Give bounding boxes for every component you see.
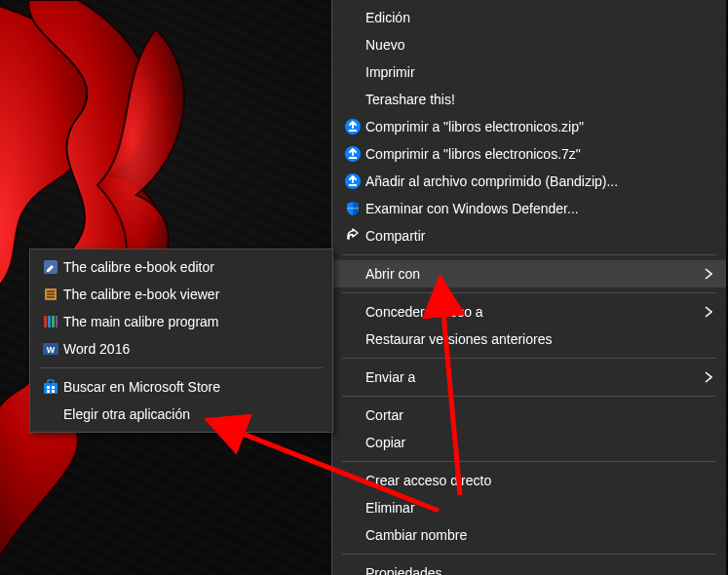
svg-text:W: W	[47, 345, 56, 355]
chevron-right-icon	[697, 306, 712, 318]
menu-item-label: Imprimir	[365, 64, 697, 80]
menu-item-terashare-this[interactable]: Terashare this!	[332, 86, 726, 113]
menu-item-abrir-con[interactable]: Abrir con	[332, 260, 726, 288]
chevron-right-icon	[697, 371, 712, 383]
open-with-submenu[interactable]: The calibre e-book editorThe calibre e-b…	[29, 249, 333, 433]
menu-separator	[342, 292, 716, 293]
menu-item-label: Buscar en Microsoft Store	[63, 379, 303, 395]
compress-blue-icon	[340, 119, 365, 134]
svg-rect-11	[47, 296, 55, 298]
chevron-right-icon	[697, 268, 712, 280]
menu-item-label: Copiar	[365, 435, 697, 450]
menu-item-edicion[interactable]: Edición	[332, 4, 726, 31]
menu-item-label: Eliminar	[365, 500, 697, 516]
menu-item-examinar-con-windows-defender[interactable]: Examinar con Windows Defender...	[332, 195, 726, 222]
menu-item-restaurar-versiones-anteriores[interactable]: Restaurar versiones anteriores	[332, 326, 726, 353]
menu-item-propiedades[interactable]: Propiedades	[332, 559, 726, 575]
menu-separator	[342, 461, 716, 462]
menu-item-the-main-calibre-program[interactable]: The main calibre program	[30, 308, 332, 335]
menu-item-label: The main calibre program	[63, 314, 303, 329]
menu-item-label: Añadir al archivo comprimido (Bandizip).…	[365, 173, 697, 189]
menu-item-conceder-acceso-a[interactable]: Conceder acceso a	[332, 298, 726, 326]
menu-item-label: Compartir	[365, 228, 697, 244]
menu-item-compartir[interactable]: Compartir	[332, 222, 726, 249]
svg-rect-3	[349, 157, 357, 159]
menu-item-label: The calibre e-book viewer	[63, 287, 303, 302]
svg-rect-9	[47, 290, 55, 292]
menu-item-enviar-a[interactable]: Enviar a	[332, 364, 726, 391]
svg-rect-1	[349, 130, 357, 132]
menu-item-label: The calibre e-book editor	[63, 259, 303, 275]
menu-item-label: Crear acceso directo	[365, 473, 697, 488]
svg-rect-22	[47, 390, 50, 393]
word-icon: W	[38, 341, 63, 357]
menu-item-label: Propiedades	[365, 565, 697, 575]
svg-rect-12	[44, 316, 47, 327]
svg-rect-14	[52, 316, 55, 327]
menu-item-label: Restaurar versiones anteriores	[365, 331, 697, 347]
share-icon	[340, 228, 365, 244]
menu-item-buscar-en-microsoft-store[interactable]: Buscar en Microsoft Store	[30, 373, 332, 401]
svg-rect-6	[347, 208, 359, 209]
svg-rect-10	[47, 293, 55, 295]
menu-separator	[342, 396, 716, 397]
menu-item-comprimir-a-libros-electronicos-7z[interactable]: Comprimir a "libros electronicos.7z"	[332, 140, 726, 168]
menu-item-comprimir-a-libros-electronicos-zip[interactable]: Comprimir a "libros electronicos.zip"	[332, 113, 726, 140]
svg-rect-23	[52, 390, 55, 393]
menu-item-copiar[interactable]: Copiar	[332, 429, 726, 456]
menu-item-cortar[interactable]: Cortar	[332, 402, 726, 429]
menu-item-elegir-otra-aplicacion[interactable]: Elegir otra aplicación	[30, 401, 332, 428]
calibre-main-icon	[38, 314, 63, 329]
menu-item-label: Cambiar nombre	[365, 527, 697, 543]
ms-store-icon	[38, 379, 63, 395]
svg-rect-20	[47, 386, 50, 389]
menu-item-imprimir[interactable]: Imprimir	[332, 58, 726, 86]
menu-item-label: Nuevo	[365, 37, 697, 53]
menu-item-anadir-al-archivo-comprimido-bandizip[interactable]: Añadir al archivo comprimido (Bandizip).…	[332, 168, 726, 195]
compress-blue-icon	[340, 173, 365, 189]
menu-separator	[40, 367, 323, 368]
menu-item-label: Abrir con	[365, 266, 697, 282]
menu-separator	[342, 554, 716, 555]
menu-item-nuevo[interactable]: Nuevo	[332, 31, 726, 58]
calibre-editor-icon	[38, 259, 63, 275]
menu-item-label: Terashare this!	[365, 92, 697, 107]
svg-rect-5	[349, 184, 357, 186]
defender-shield-icon	[340, 201, 365, 216]
desktop-context-menu[interactable]: EdiciónNuevoImprimirTerashare this!Compr…	[331, 0, 726, 575]
menu-item-label: Comprimir a "libros electronicos.7z"	[365, 146, 697, 162]
svg-rect-21	[52, 386, 55, 389]
menu-item-word-2016[interactable]: WWord 2016	[30, 335, 332, 363]
svg-rect-13	[48, 316, 51, 327]
menu-item-label: Edición	[365, 10, 697, 25]
menu-item-the-calibre-e-book-viewer[interactable]: The calibre e-book viewer	[30, 281, 332, 308]
menu-item-eliminar[interactable]: Eliminar	[332, 494, 726, 521]
compress-blue-icon	[340, 146, 365, 162]
menu-item-label: Comprimir a "libros electronicos.zip"	[365, 119, 697, 134]
menu-item-label: Conceder acceso a	[365, 304, 697, 320]
menu-item-label: Enviar a	[365, 369, 697, 385]
menu-item-crear-acceso-directo[interactable]: Crear acceso directo	[332, 467, 726, 494]
menu-separator	[342, 254, 716, 255]
menu-item-label: Cortar	[365, 407, 697, 423]
menu-item-label: Examinar con Windows Defender...	[365, 201, 697, 216]
svg-rect-15	[56, 316, 57, 327]
menu-item-label: Word 2016	[63, 341, 303, 357]
menu-separator	[342, 358, 716, 359]
menu-item-label: Elegir otra aplicación	[63, 406, 303, 422]
menu-item-cambiar-nombre[interactable]: Cambiar nombre	[332, 521, 726, 549]
menu-item-the-calibre-e-book-editor[interactable]: The calibre e-book editor	[30, 253, 332, 281]
calibre-viewer-icon	[38, 287, 63, 302]
svg-rect-19	[48, 380, 54, 384]
